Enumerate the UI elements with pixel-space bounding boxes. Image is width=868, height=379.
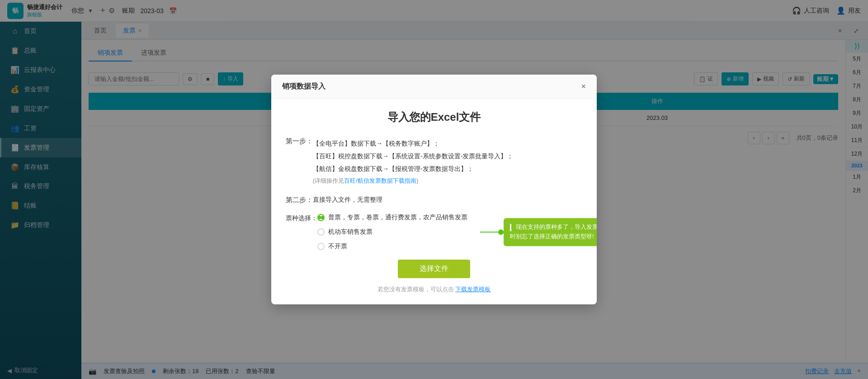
ticket-2-label: 机动车销售发票 — [328, 228, 373, 236]
radio-3 — [317, 243, 325, 250]
ticket-option-3[interactable]: 不开票 — [317, 242, 347, 251]
modal-dialog: 销项数据导入 × 导入您的Excel文件 第一步： 【全电平台】数据下载→【税务… — [271, 75, 597, 304]
footer-text: 若您没有发票模板，可以点击 — [377, 286, 454, 293]
radio-2 — [317, 228, 325, 236]
ticket-option-1[interactable]: 普票，专票，卷票，通行费发票，农产品销售发票 — [317, 213, 467, 222]
step1-content: 【全电平台】数据下载→【税务数字账户】； 【百旺】税控盘数据下载→【系统设置-系… — [313, 137, 513, 187]
select-file-button[interactable]: 选择文件 — [398, 260, 470, 278]
modal-title: 销项数据导入 — [282, 82, 326, 91]
step1-guide-link: (详细操作见百旺/航信发票数据下载指南) — [313, 175, 513, 187]
tooltip-bar — [510, 224, 511, 231]
tooltip-anchor: 现在支持的票种多了，导入发票时别忘了选择正确的发票类型呀! × — [480, 218, 597, 246]
ticket-option-3-row: 不开票 — [317, 242, 582, 251]
tooltip-bubble: 现在支持的票种多了，导入发票时别忘了选择正确的发票类型呀! × — [504, 218, 597, 246]
guide-link[interactable]: 百旺/航信发票数据下载指南 — [344, 177, 416, 184]
step1-line-3: 【航信】金税盘数据下载→【报税管理-发票数据导出】； — [313, 162, 513, 175]
ticket-option-2[interactable]: 机动车销售发票 — [317, 228, 373, 236]
ticket-label: 票种选择： — [286, 213, 317, 251]
download-template-link[interactable]: 下载发票模板 — [455, 286, 491, 293]
step1-section: 第一步： 【全电平台】数据下载→【税务数字账户】； 【百旺】税控盘数据下载→【系… — [286, 137, 582, 187]
tooltip-text: 现在支持的票种多了，导入发票时别忘了选择正确的发票类型呀! — [510, 223, 597, 240]
step2-content: 直接导入文件，无需整理 — [313, 196, 382, 204]
ticket-1-label: 普票，专票，卷票，通行费发票，农产品销售发票 — [328, 213, 467, 222]
step2-section: 第二步： 直接导入文件，无需整理 — [286, 196, 582, 204]
modal-footer: 若您没有发票模板，可以点击 下载发票模板 — [286, 285, 582, 294]
step1-row: 第一步： 【全电平台】数据下载→【税务数字账户】； 【百旺】税控盘数据下载→【系… — [286, 137, 582, 187]
ticket-option-2-row: 机动车销售发票 现在支持的票种多了，导入发票时别忘了选择正确的发票类型呀! × — [317, 228, 582, 236]
modal-overlay: 销项数据导入 × 导入您的Excel文件 第一步： 【全电平台】数据下载→【税务… — [0, 0, 868, 379]
step2-row: 第二步： 直接导入文件，无需整理 — [286, 196, 582, 204]
ticket-3-label: 不开票 — [328, 242, 347, 251]
modal-body: 导入您的Excel文件 第一步： 【全电平台】数据下载→【税务数字账户】； 【百… — [271, 99, 597, 304]
step1-label: 第一步： — [286, 137, 313, 187]
tooltip-dot — [498, 229, 504, 235]
modal-main-title: 导入您的Excel文件 — [286, 110, 582, 124]
step1-line-2: 【百旺】税控盘数据下载→【系统设置-系统参数设置-发票批量导入】； — [313, 150, 513, 162]
step1-line-1: 【全电平台】数据下载→【税务数字账户】； — [313, 137, 513, 150]
modal-header: 销项数据导入 × — [271, 75, 597, 99]
modal-close-button[interactable]: × — [581, 82, 586, 91]
tooltip-line — [480, 232, 498, 232]
step2-label: 第二步： — [286, 196, 313, 204]
select-file-area: 选择文件 — [286, 260, 582, 278]
ticket-options: 普票，专票，卷票，通行费发票，农产品销售发票 机动车销售发票 — [317, 213, 582, 251]
ticket-section: 票种选择： 普票，专票，卷票，通行费发票，农产品销售发票 — [286, 213, 582, 251]
radio-1-checked — [317, 214, 325, 221]
